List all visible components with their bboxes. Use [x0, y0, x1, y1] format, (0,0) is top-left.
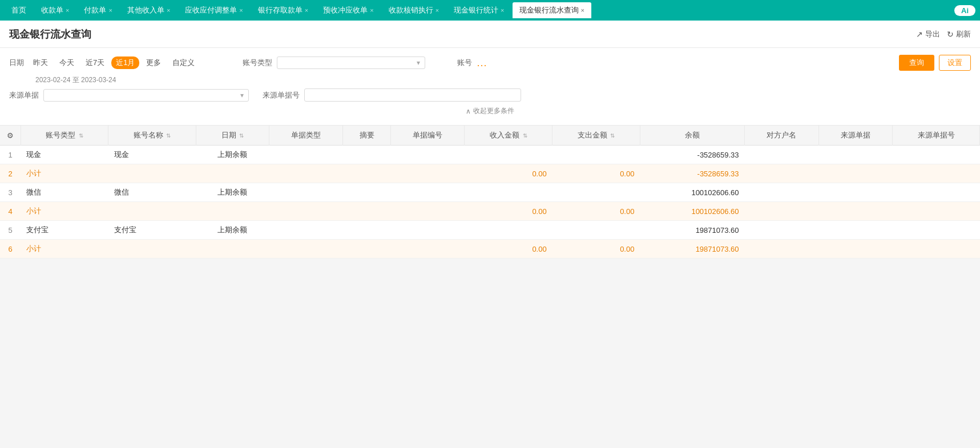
refresh-button[interactable]: ↻ 刷新 [947, 29, 971, 39]
date-btn-custom[interactable]: 自定义 [168, 56, 199, 69]
date-btn-today[interactable]: 今天 [55, 56, 79, 69]
chevron-down-icon: ▾ [240, 91, 244, 99]
cell-counterpart [745, 202, 819, 221]
cell-doc-type [269, 164, 343, 183]
cell-expense: 0.00 [552, 240, 640, 259]
cell-account-type: 小计 [21, 164, 108, 183]
th-account-type[interactable]: 账号类型 ⇅ [21, 126, 108, 146]
cell-doc-type [269, 183, 343, 202]
cell-date [196, 240, 269, 259]
nav-tab-银行存取款单[interactable]: 银行存取款单 × [251, 2, 315, 18]
cell-source-doc-no [893, 202, 980, 221]
th-settings[interactable]: ⚙ [0, 126, 21, 146]
th-income[interactable]: 收入金额 ⇅ [465, 126, 552, 146]
source-doc-no-label: 来源单据号 [263, 90, 300, 100]
export-icon: ↗ [916, 30, 923, 39]
sort-icon: ⇅ [79, 132, 83, 139]
cell-doc-type [269, 146, 343, 164]
close-icon[interactable]: × [167, 7, 170, 14]
th-balance[interactable]: 余额 [640, 126, 744, 146]
cell-account-name: 现金 [108, 146, 196, 164]
cell-source-doc-no [893, 183, 980, 202]
nav-tab-label: 现金银行流水查询 [519, 5, 579, 15]
source-doc-no-input[interactable] [304, 88, 521, 102]
close-icon[interactable]: × [370, 7, 373, 14]
cell-income [465, 221, 552, 240]
date-range-display: 2023-02-24 至 2023-03-24 [33, 75, 971, 85]
nav-tab-label: 应收应付调整单 [185, 5, 237, 15]
close-icon[interactable]: × [239, 7, 243, 14]
th-account-name[interactable]: 账号名称 ⇅ [108, 126, 196, 146]
cell-date [196, 164, 269, 183]
nav-tab-预收冲应收单[interactable]: 预收冲应收单 × [316, 2, 380, 18]
th-date[interactable]: 日期 ⇅ [196, 126, 269, 146]
export-button[interactable]: ↗ 导出 [916, 29, 940, 39]
ai-badge[interactable]: Ai [954, 5, 975, 16]
cell-expense: 0.00 [552, 164, 640, 183]
cell-summary [343, 146, 390, 164]
export-label: 导出 [925, 29, 940, 39]
cell-income: 0.00 [465, 240, 552, 259]
date-btn-yesterday[interactable]: 昨天 [29, 56, 53, 69]
settings-icon[interactable]: ⚙ [7, 131, 14, 140]
account-type-select[interactable]: ▾ [277, 56, 425, 69]
cell-account-type: 小计 [21, 240, 108, 259]
th-counterpart[interactable]: 对方户名 [745, 126, 819, 146]
nav-tab-现金银行流水查询[interactable]: 现金银行流水查询 × [513, 2, 591, 18]
data-table: ⚙ 账号类型 ⇅ 账号名称 ⇅ 日期 ⇅ 单据类型 摘要 [0, 126, 980, 259]
cell-income [465, 146, 552, 164]
th-summary[interactable]: 摘要 [343, 126, 390, 146]
cell-expense [552, 183, 640, 202]
query-button[interactable]: 查询 [899, 55, 934, 71]
collapse-bar[interactable]: ∧ 收起更多条件 [9, 104, 971, 120]
cell-doc-no [390, 202, 465, 221]
close-icon[interactable]: × [66, 7, 69, 14]
nav-tab-应收应付调整单[interactable]: 应收应付调整单 × [178, 2, 249, 18]
settings-button[interactable]: 设置 [939, 55, 971, 71]
cell-account-type: 小计 [21, 202, 108, 221]
th-expense[interactable]: 支出金额 ⇅ [552, 126, 640, 146]
cell-balance: 100102606.60 [640, 202, 744, 221]
nav-tab-收款单[interactable]: 收款单 × [34, 2, 76, 18]
cell-expense: 0.00 [552, 202, 640, 221]
close-icon[interactable]: × [435, 7, 439, 14]
date-btn-1month[interactable]: 近1月 [111, 56, 139, 69]
nav-tab-label: 其他收入单 [127, 5, 164, 15]
date-btn-7days[interactable]: 近7天 [81, 56, 109, 69]
close-icon[interactable]: × [305, 7, 308, 14]
date-btn-more[interactable]: 更多 [142, 56, 166, 69]
close-icon[interactable]: × [581, 7, 584, 14]
close-icon[interactable]: × [108, 7, 112, 14]
date-label: 日期 [9, 58, 24, 68]
header-actions: ↗ 导出 ↻ 刷新 [916, 29, 971, 39]
cell-summary [343, 164, 390, 183]
cell-num: 2 [0, 164, 21, 183]
nav-tab-现金银行统计[interactable]: 现金银行统计 × [447, 2, 511, 18]
account-dots[interactable]: ... [477, 57, 487, 69]
nav-tab-其他收入单[interactable]: 其他收入单 × [120, 2, 177, 18]
source-doc-select[interactable]: ▾ [43, 89, 249, 102]
close-icon[interactable]: × [501, 7, 504, 14]
nav-tab-label: 付款单 [84, 5, 106, 15]
cell-counterpart [745, 221, 819, 240]
nav-home[interactable]: 首页 [5, 5, 33, 15]
nav-tab-label: 预收冲应收单 [323, 5, 368, 15]
cell-doc-no [390, 221, 465, 240]
th-doc-type[interactable]: 单据类型 [269, 126, 343, 146]
cell-balance: 19871073.60 [640, 240, 744, 259]
cell-balance: -3528659.33 [640, 146, 744, 164]
th-source-doc[interactable]: 来源单据 [818, 126, 893, 146]
sort-icon: ⇅ [523, 132, 527, 139]
cell-balance: 19871073.60 [640, 221, 744, 240]
th-source-doc-no[interactable]: 来源单据号 [893, 126, 980, 146]
cell-num: 4 [0, 202, 21, 221]
filter-row-2: 来源单据 ▾ 来源单据号 [9, 88, 971, 102]
table-row: 2小计0.000.00-3528659.33 [0, 164, 980, 183]
cell-account-name [108, 164, 196, 183]
nav-tab-收款核销执行[interactable]: 收款核销执行 × [382, 2, 446, 18]
cell-num: 6 [0, 240, 21, 259]
nav-tab-付款单[interactable]: 付款单 × [77, 2, 119, 18]
cell-account-name [108, 240, 196, 259]
th-doc-no[interactable]: 单据编号 [390, 126, 465, 146]
account-filter: 账号 ... [457, 57, 487, 69]
